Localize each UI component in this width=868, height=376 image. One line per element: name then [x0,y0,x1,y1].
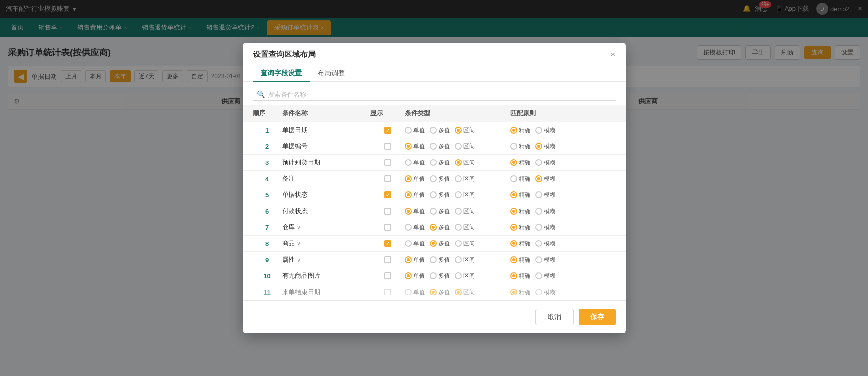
radio-fuzzy[interactable]: 模糊 [535,256,555,264]
radio-range[interactable]: 区间 [455,256,475,264]
radio-single[interactable]: 单值 [405,207,425,215]
checkbox[interactable] [384,143,391,150]
radio-single[interactable]: 单值 [405,272,425,280]
radio-range[interactable]: 区间 [455,191,475,199]
checkbox[interactable] [384,224,391,231]
radio-fuzzy[interactable]: 模糊 [535,223,555,232]
radio-circle-selected [510,191,517,198]
radio-exact[interactable]: 精确 [510,240,530,248]
row-check[interactable] [370,224,405,231]
radio-multi[interactable]: 多值 [430,256,450,264]
dialog-close-button[interactable]: × [610,50,616,60]
radio-range[interactable]: 区间 [455,272,475,280]
radio-multi[interactable]: 多值 [430,288,450,296]
row-check[interactable] [370,256,405,263]
radio-single[interactable]: 单值 [405,191,425,199]
checkbox[interactable] [384,256,391,263]
tab-layout-adjust[interactable]: 布局调整 [310,65,353,82]
radio-range[interactable]: 区间 [455,207,475,215]
radio-range[interactable]: 区间 [455,142,475,151]
radio-exact[interactable]: 精确 [510,207,530,215]
row-check[interactable] [370,175,405,182]
radio-single[interactable]: 单值 [405,288,425,296]
radio-exact[interactable]: 精确 [510,142,530,151]
radio-exact[interactable]: 精确 [510,159,530,167]
radio-range[interactable]: 区间 [455,159,475,167]
radio-exact[interactable]: 精确 [510,223,530,232]
radio-range[interactable]: 区间 [455,288,475,296]
checkbox[interactable] [384,240,391,247]
dialog-footer: 取消 保存 [243,300,626,333]
row-check[interactable] [370,208,405,215]
radio-fuzzy[interactable]: 模糊 [535,126,555,134]
radio-exact[interactable]: 精确 [510,191,530,199]
checkbox[interactable] [384,175,391,182]
radio-circle [535,159,542,166]
radio-exact[interactable]: 精确 [510,256,530,264]
checkbox[interactable] [384,272,391,279]
radio-fuzzy[interactable]: 模糊 [535,175,555,183]
radio-range[interactable]: 区间 [455,223,475,232]
radio-exact[interactable]: 精确 [510,288,530,296]
radio-range[interactable]: 区间 [455,126,475,134]
checkbox[interactable] [384,191,391,198]
radio-single[interactable]: 单值 [405,175,425,183]
row-check[interactable] [370,143,405,150]
row-check[interactable] [370,240,405,247]
radio-single[interactable]: 单值 [405,142,425,151]
radio-circle [405,224,412,231]
row-name: 单据编号 [282,142,370,151]
row-check[interactable] [370,159,405,166]
radio-single[interactable]: 单值 [405,223,425,232]
checkbox[interactable] [384,208,391,215]
row-check[interactable] [370,127,405,134]
checkbox[interactable] [384,289,391,295]
row-match: 精确 模糊 [510,256,616,264]
radio-multi[interactable]: 多值 [430,191,450,199]
radio-exact[interactable]: 精确 [510,272,530,280]
radio-fuzzy[interactable]: 模糊 [535,288,555,296]
radio-multi[interactable]: 多值 [430,175,450,183]
cancel-button[interactable]: 取消 [535,309,574,325]
radio-fuzzy[interactable]: 模糊 [535,240,555,248]
radio-fuzzy[interactable]: 模糊 [535,159,555,167]
radio-multi[interactable]: 多值 [430,272,450,280]
checkbox[interactable] [384,127,391,134]
radio-single[interactable]: 单值 [405,256,425,264]
radio-multi[interactable]: 多值 [430,240,450,248]
radio-fuzzy[interactable]: 模糊 [535,207,555,215]
checkbox[interactable] [384,159,391,166]
radio-circle [455,272,462,279]
save-button[interactable]: 保存 [579,309,616,325]
row-check[interactable] [370,289,405,295]
radio-multi[interactable]: 多值 [430,142,450,151]
radio-single[interactable]: 单值 [405,159,425,167]
radio-multi[interactable]: 多值 [430,159,450,167]
search-input[interactable] [268,91,612,98]
radio-exact[interactable]: 精确 [510,126,530,134]
radio-circle-selected [510,224,517,231]
radio-range[interactable]: 区间 [455,175,475,183]
radio-exact[interactable]: 精确 [510,175,530,183]
radio-multi[interactable]: 多值 [430,223,450,232]
table-row: 6 付款状态 单值 多值 区间 精确 模糊 [243,203,626,219]
row-check[interactable] [370,191,405,198]
tab-query-fields[interactable]: 查询字段设置 [253,65,310,82]
row-match: 精确 模糊 [510,175,616,183]
dialog-search-area: 🔍 [243,82,626,105]
radio-circle-selected [405,175,412,182]
radio-fuzzy[interactable]: 模糊 [535,191,555,199]
radio-circle [430,175,437,182]
row-match: 精确 模糊 [510,191,616,199]
radio-fuzzy[interactable]: 模糊 [535,272,555,280]
row-check[interactable] [370,272,405,279]
radio-circle [455,256,462,263]
radio-single[interactable]: 单值 [405,240,425,248]
radio-fuzzy[interactable]: 模糊 [535,142,555,151]
radio-circle [455,208,462,215]
radio-multi[interactable]: 多值 [430,207,450,215]
radio-single[interactable]: 单值 [405,126,425,134]
radio-range[interactable]: 区间 [455,240,475,248]
radio-circle-selected [510,272,517,279]
radio-multi[interactable]: 多值 [430,126,450,134]
